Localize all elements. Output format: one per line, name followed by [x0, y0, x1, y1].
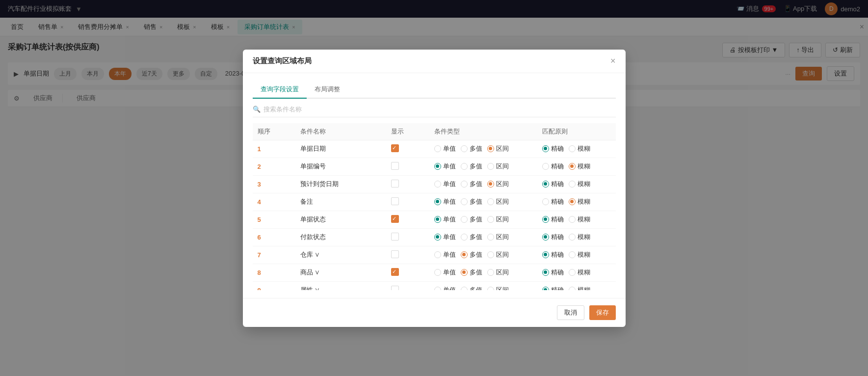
display-checkbox[interactable] — [391, 144, 399, 152]
row-match: 精确 模糊 — [537, 175, 616, 193]
row-display-checkbox[interactable] — [386, 281, 429, 290]
table-row: 8商品 ∨ 单值 多值 区间 精确 模糊 — [253, 264, 616, 281]
table-row: 7仓库 ∨ 单值 多值 区间 精确 模糊 — [253, 246, 616, 264]
settings-table-scroll: 顺序 条件名称 显示 条件类型 匹配原则 1单据日期 单值 多值 — [253, 123, 616, 290]
match-exact-radio[interactable]: 精确 — [542, 180, 564, 188]
type-single-radio[interactable]: 单值 — [434, 250, 456, 259]
type-multi-radio[interactable]: 多值 — [461, 162, 482, 171]
tab-layout-adjust[interactable]: 布局调整 — [307, 81, 348, 99]
match-fuzzy-radio[interactable]: 模糊 — [569, 268, 590, 277]
match-exact-radio[interactable]: 精确 — [542, 197, 564, 206]
table-row: 2单据编号 单值 多值 区间 精确 模糊 — [253, 158, 616, 175]
col-name: 条件名称 — [295, 123, 387, 140]
dialog-close-button[interactable]: × — [610, 56, 616, 65]
type-multi-radio[interactable]: 多值 — [461, 144, 482, 153]
row-seq: 4 — [253, 193, 295, 211]
match-fuzzy-radio[interactable]: 模糊 — [569, 250, 590, 259]
type-single-radio[interactable]: 单值 — [434, 180, 456, 188]
type-single-radio[interactable]: 单值 — [434, 215, 456, 224]
table-header: 顺序 条件名称 显示 条件类型 匹配原则 — [253, 123, 616, 140]
match-fuzzy-radio[interactable]: 模糊 — [569, 215, 590, 224]
row-seq: 2 — [253, 158, 295, 175]
match-exact-radio[interactable]: 精确 — [542, 162, 564, 171]
match-exact-radio[interactable]: 精确 — [542, 250, 564, 259]
type-single-radio[interactable]: 单值 — [434, 268, 456, 277]
cancel-button[interactable]: 取消 — [557, 305, 584, 320]
tab-query-fields[interactable]: 查询字段设置 — [253, 81, 307, 99]
row-display-checkbox[interactable] — [386, 211, 429, 228]
modal-overlay: 设置查询区域布局 × 查询字段设置 布局调整 🔍 — [0, 0, 868, 376]
search-input[interactable] — [263, 106, 362, 113]
display-checkbox[interactable] — [391, 180, 399, 188]
settings-table: 顺序 条件名称 显示 条件类型 匹配原则 1单据日期 单值 多值 — [253, 123, 616, 290]
row-display-checkbox[interactable] — [386, 193, 429, 211]
type-range-radio[interactable]: 区间 — [487, 162, 509, 171]
match-fuzzy-radio[interactable]: 模糊 — [569, 233, 590, 242]
type-multi-radio[interactable]: 多值 — [461, 197, 482, 206]
type-single-radio[interactable]: 单值 — [434, 233, 456, 242]
row-type: 单值 多值 区间 — [429, 246, 537, 264]
type-single-radio[interactable]: 单值 — [434, 144, 456, 153]
display-checkbox[interactable] — [391, 286, 399, 290]
row-display-checkbox[interactable] — [386, 228, 429, 246]
row-type: 单值 多值 区间 — [429, 211, 537, 228]
row-name: 单据日期 — [295, 140, 387, 158]
row-display-checkbox[interactable] — [386, 264, 429, 281]
display-checkbox[interactable] — [391, 250, 399, 258]
row-display-checkbox[interactable] — [386, 175, 429, 193]
match-exact-radio[interactable]: 精确 — [542, 144, 564, 153]
row-match: 精确 模糊 — [537, 281, 616, 290]
type-range-radio[interactable]: 区间 — [487, 197, 509, 206]
type-range-radio[interactable]: 区间 — [487, 233, 509, 242]
display-checkbox[interactable] — [391, 233, 399, 241]
type-multi-radio[interactable]: 多值 — [461, 215, 482, 224]
match-exact-radio[interactable]: 精确 — [542, 215, 564, 224]
col-match: 匹配原则 — [537, 123, 616, 140]
row-match: 精确 模糊 — [537, 140, 616, 158]
type-range-radio[interactable]: 区间 — [487, 286, 509, 290]
match-fuzzy-radio[interactable]: 模糊 — [569, 286, 590, 290]
match-exact-radio[interactable]: 精确 — [542, 233, 564, 242]
match-fuzzy-radio[interactable]: 模糊 — [569, 144, 590, 153]
table-body: 1单据日期 单值 多值 区间 精确 模糊 2单据编号 — [253, 140, 616, 290]
table-row: 3预计到货日期 单值 多值 区间 精确 模糊 — [253, 175, 616, 193]
type-single-radio[interactable]: 单值 — [434, 162, 456, 171]
match-fuzzy-radio[interactable]: 模糊 — [569, 197, 590, 206]
row-name: 仓库 ∨ — [295, 246, 387, 264]
type-multi-radio[interactable]: 多值 — [461, 250, 482, 259]
display-checkbox[interactable] — [391, 162, 399, 170]
type-range-radio[interactable]: 区间 — [487, 250, 509, 259]
row-seq: 8 — [253, 264, 295, 281]
table-row: 4备注 单值 多值 区间 精确 模糊 — [253, 193, 616, 211]
display-checkbox[interactable] — [391, 215, 399, 223]
match-exact-radio[interactable]: 精确 — [542, 268, 564, 277]
type-range-radio[interactable]: 区间 — [487, 180, 509, 188]
row-display-checkbox[interactable] — [386, 246, 429, 264]
row-display-checkbox[interactable] — [386, 158, 429, 175]
type-range-radio[interactable]: 区间 — [487, 268, 509, 277]
type-range-radio[interactable]: 区间 — [487, 144, 509, 153]
row-seq: 3 — [253, 175, 295, 193]
row-name: 单据状态 — [295, 211, 387, 228]
row-type: 单值 多值 区间 — [429, 228, 537, 246]
save-button[interactable]: 保存 — [589, 305, 616, 320]
display-checkbox[interactable] — [391, 197, 399, 205]
type-single-radio[interactable]: 单值 — [434, 197, 456, 206]
match-exact-radio[interactable]: 精确 — [542, 286, 564, 290]
dialog-title: 设置查询区域布局 — [253, 56, 312, 66]
type-single-radio[interactable]: 单值 — [434, 286, 456, 290]
row-match: 精确 模糊 — [537, 193, 616, 211]
row-match: 精确 模糊 — [537, 264, 616, 281]
type-range-radio[interactable]: 区间 — [487, 215, 509, 224]
row-display-checkbox[interactable] — [386, 140, 429, 158]
display-checkbox[interactable] — [391, 268, 399, 276]
type-multi-radio[interactable]: 多值 — [461, 286, 482, 290]
type-multi-radio[interactable]: 多值 — [461, 233, 482, 242]
type-multi-radio[interactable]: 多值 — [461, 180, 482, 188]
type-multi-radio[interactable]: 多值 — [461, 268, 482, 277]
dialog-header: 设置查询区域布局 × — [243, 50, 626, 73]
match-fuzzy-radio[interactable]: 模糊 — [569, 180, 590, 188]
match-fuzzy-radio[interactable]: 模糊 — [569, 162, 590, 171]
col-type: 条件类型 — [429, 123, 537, 140]
search-icon: 🔍 — [253, 106, 261, 113]
